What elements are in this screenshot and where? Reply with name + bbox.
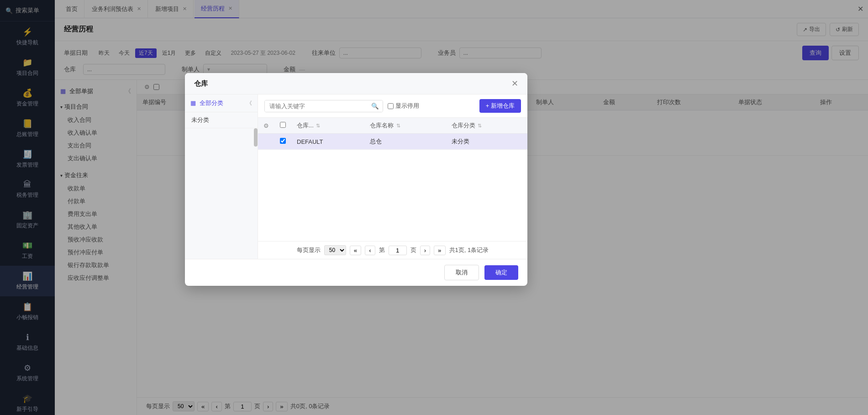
modal-search-box: 🔍 — [264, 100, 383, 112]
show-disabled-checkbox[interactable] — [388, 103, 394, 109]
modal-col-name: 仓库名称 ⇅ — [364, 118, 446, 134]
modal-first-page-button[interactable]: « — [350, 246, 361, 255]
show-disabled-checkbox-label[interactable]: 显示停用 — [388, 102, 419, 110]
modal-search-button[interactable]: 🔍 — [368, 100, 383, 112]
modal-left-scroll-area — [185, 128, 258, 259]
modal-page-input[interactable] — [389, 246, 407, 255]
modal-body: ▦ 全部分类 《 未分类 🔍 显示停用 — [185, 95, 527, 259]
modal-col-category: 仓库分类 ⇅ — [446, 118, 527, 134]
cancel-button[interactable]: 取消 — [444, 265, 479, 280]
modal-left-scrollbar[interactable] — [254, 128, 258, 147]
modal-left-all-icon: ▦ — [190, 100, 196, 106]
modal-pagination: 每页显示 50 « ‹ 第 页 › » 共1页, 1条记录 — [258, 241, 527, 259]
modal-footer-buttons: 取消 确定 — [185, 259, 527, 286]
modal-title: 仓库 — [194, 79, 208, 88]
modal-header: 仓库 ✕ — [185, 73, 527, 95]
modal-per-page-select[interactable]: 50 — [324, 245, 346, 255]
modal-next-page-button[interactable]: › — [420, 246, 430, 255]
row-name: 总仓 — [364, 134, 446, 150]
modal-select-all-checkbox[interactable] — [280, 122, 286, 128]
modal-col-category-sort[interactable]: ⇅ — [478, 123, 482, 128]
modal-page-suffix: 页 — [410, 246, 416, 254]
modal-col-settings: ⚙ — [258, 118, 274, 134]
modal-table-gear-icon[interactable]: ⚙ — [263, 122, 269, 129]
modal-close-button[interactable]: ✕ — [511, 79, 518, 89]
row-code: DEFAULT — [291, 134, 364, 150]
row-select-checkbox[interactable] — [280, 138, 286, 144]
modal-left-all-label: 全部分类 — [200, 100, 223, 106]
modal-search-input[interactable] — [265, 100, 368, 112]
modal-col-code-sort[interactable]: ⇅ — [316, 123, 320, 128]
row-checkbox — [274, 134, 291, 150]
add-warehouse-button[interactable]: + 新增仓库 — [479, 99, 521, 113]
modal-per-page-label: 每页显示 — [297, 246, 321, 254]
modal-last-page-button[interactable]: » — [434, 246, 445, 255]
modal-col-checkbox — [274, 118, 291, 134]
modal-page-label: 第 — [379, 246, 385, 254]
warehouse-modal: 仓库 ✕ ▦ 全部分类 《 未分类 🔍 — [185, 73, 527, 286]
modal-prev-page-button[interactable]: ‹ — [365, 246, 375, 255]
modal-right-panel: 🔍 显示停用 + 新增仓库 ⚙ — [258, 95, 527, 259]
show-disabled-label: 显示停用 — [395, 102, 419, 110]
modal-table: ⚙ 仓库... ⇅ 仓库名称 ⇅ — [258, 118, 527, 150]
table-row[interactable]: DEFAULT 总仓 未分类 — [258, 134, 527, 150]
row-category: 未分类 — [446, 134, 527, 150]
modal-col-code: 仓库... ⇅ — [291, 118, 364, 134]
modal-left-collapse-icon[interactable]: 《 — [247, 100, 252, 107]
modal-total-text: 共1页, 1条记录 — [449, 246, 489, 254]
modal-col-name-sort[interactable]: ⇅ — [396, 123, 400, 128]
confirm-button[interactable]: 确定 — [484, 265, 518, 280]
modal-left-panel: ▦ 全部分类 《 未分类 — [185, 95, 258, 259]
modal-left-item-unclassified[interactable]: 未分类 — [185, 112, 258, 128]
modal-left-header[interactable]: ▦ 全部分类 《 — [185, 95, 258, 112]
row-gear — [258, 134, 274, 150]
modal-toolbar: 🔍 显示停用 + 新增仓库 — [258, 95, 527, 118]
modal-table-container: ⚙ 仓库... ⇅ 仓库名称 ⇅ — [258, 118, 527, 241]
